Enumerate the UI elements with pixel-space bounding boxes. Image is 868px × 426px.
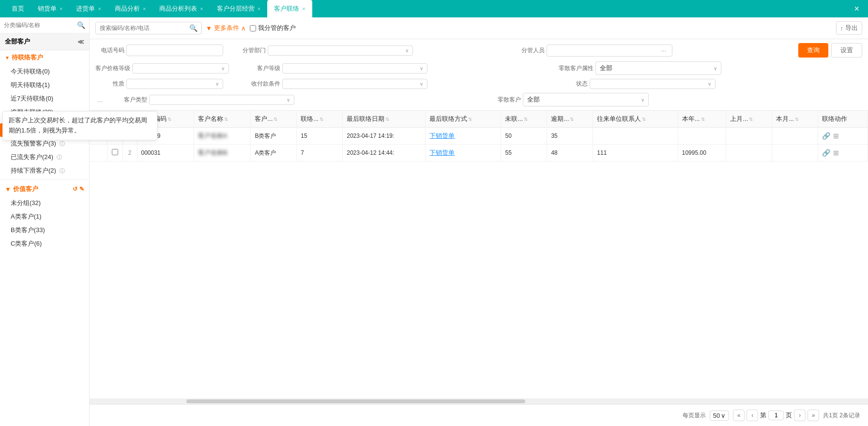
main-search-input[interactable] [100,25,189,31]
setting-button[interactable]: 设置 [831,43,862,58]
last-page-button[interactable]: » [807,410,819,421]
data-table-area: ⚙ 客户编码⇅ 客户名称⇅ 客户...⇅ [90,111,868,398]
sidebar-search-input[interactable] [4,22,77,29]
col-last-contact-method[interactable]: 最后联络方式⇅ [426,111,501,128]
status-select[interactable]: ∨ [590,79,716,89]
nav-customer-contact-close[interactable]: × [302,6,305,12]
cell-action-1: 🔗 ⊞ [818,128,868,145]
customer-type-select[interactable]: ∨ [149,95,294,105]
collapse-icon[interactable]: ≪ [77,38,84,45]
cell-last-month-2 [726,145,772,162]
sidebar: 🔍 全部客户 ≪ ▼ 待联络客户 今天待联络(0) 明天待联络(1) 近7天待联… [0,17,90,426]
col-overdue[interactable]: 逾期...⇅ [547,111,593,128]
col-type[interactable]: 客户...⇅ [251,111,297,128]
export-button[interactable]: ↑ 导出 [836,21,863,35]
col-action: 联络动作 [818,111,868,128]
nav-product-analysis[interactable]: 商品分析 × [108,0,152,17]
col-name[interactable]: 客户名称⇅ [194,111,250,128]
edit-icon-value[interactable]: ↺ [73,186,77,192]
page-navigation: « ‹ 第 页 › » [733,410,819,421]
window-close-button[interactable]: × [850,4,863,14]
action-link-icon-2[interactable]: 🔗 [822,149,830,157]
sidebar-value-title[interactable]: ▼ 价值客户 ↺ ✎ [0,182,89,196]
customer-table: ⚙ 客户编码⇅ 客户名称⇅ 客户...⇅ [90,111,868,162]
more-conditions-button[interactable]: ▼ 更多条件 ∧ [206,24,246,32]
customer-level-select[interactable]: ∨ [282,63,427,73]
retail-attr-select[interactable]: 全部 ∨ [595,61,721,75]
payment-select[interactable]: ∨ [282,79,427,89]
page-number-input[interactable] [768,411,784,420]
nav-sales[interactable]: 销货单 × [31,0,69,17]
sidebar-header-icons[interactable]: ≪ [77,38,84,45]
query-button[interactable]: 查询 [798,43,828,58]
nav-product-analysis-list-close[interactable]: × [200,6,203,12]
cell-name-1: 客户名称A [194,128,250,145]
gender-select[interactable]: ∨ [126,79,223,89]
nav-product-analysis-close[interactable]: × [143,6,146,12]
horizontal-scrollbar[interactable] [90,398,868,404]
col-unpaid[interactable]: 未联...⇅ [501,111,547,128]
dept-chevron-icon: ∨ [405,48,409,53]
sidebar-item-ungrouped[interactable]: 未分组(32) [0,196,89,210]
tooltip-popup: 距客户上次交易时长，超过了此客户的平均交易周期的1.5倍，则视为异常。 [2,111,157,140]
col-unit-contact[interactable]: 往来单位联系人⇅ [593,111,678,128]
person-more-icon[interactable]: ··· [659,47,668,54]
sidebar-item-class-a[interactable]: A类客户(1) [0,210,89,223]
add-icon-value[interactable]: ✎ [79,186,84,192]
filter-customer-level: 客户等级 ∨ [251,63,555,73]
nav-customer-layered-close[interactable]: × [258,6,260,12]
action-qr-icon-1[interactable]: ⊞ [833,132,839,140]
sidebar-search-icon[interactable]: 🔍 [77,21,85,29]
action-qr-icon-2[interactable]: ⊞ [833,149,839,157]
nav-product-analysis-list[interactable]: 商品分析列表 × [152,0,210,17]
sidebar-item-class-c[interactable]: C类客户(6) [0,237,89,250]
toolbar: 🔍 ▼ 更多条件 ∧ 我分管的客户 ↑ 导出 [90,17,868,39]
my-customers-checkbox[interactable] [250,25,256,31]
phone-input[interactable] [126,44,223,56]
sidebar-search-area: 🔍 [0,17,89,33]
filter-gender: 性质 ∨ [95,79,247,89]
sidebar-item-declining[interactable]: 持续下滑客户(2) ⓘ [0,164,89,177]
nav-purchase[interactable]: 进货单 × [69,0,107,17]
main-search-icon[interactable]: 🔍 [189,24,198,32]
filter-price-level: 客户价格等级 ∨ [95,63,247,73]
sidebar-item-class-b[interactable]: B类客户(33) [0,223,89,237]
row4-dots[interactable]: ... [95,96,105,103]
row2-checkbox[interactable] [112,149,118,155]
cell-checkbox-2 [107,145,122,162]
action-link-icon-1[interactable]: 🔗 [822,132,830,140]
cell-last-month-1 [726,128,772,145]
sidebar-pending-title[interactable]: ▼ 待联络客户 [0,50,89,65]
cell-overdue-2: 48 [547,145,593,162]
sidebar-item-churned[interactable]: 已流失客户(24) ⓘ [0,150,89,164]
page-size-chevron: ∨ [721,412,726,419]
nav-home[interactable]: 首页 [5,0,31,17]
nav-purchase-close[interactable]: × [98,6,101,12]
sidebar-item-tomorrow[interactable]: 明天待联络(1) [0,78,89,92]
prev-page-button[interactable]: ‹ [746,410,758,421]
next-page-button[interactable]: › [794,410,806,421]
sidebar-item-7days[interactable]: 近7天待联络(0) [0,92,89,105]
first-page-button[interactable]: « [733,410,745,421]
col-last-contact-date[interactable]: 最后联络日期⇅ [343,111,426,128]
col-this-month[interactable]: 本月...⇅ [772,111,818,128]
payment-chevron-icon: ∨ [420,81,423,87]
retail-customer-select[interactable]: 全部 ∨ [523,93,649,106]
scrollbar-thumb[interactable] [186,399,525,403]
last-method-link-1[interactable]: 下销货单 [429,132,455,139]
sidebar-item-today[interactable]: 今天待联络(0) [0,65,89,78]
person-select[interactable]: ··· [547,44,672,57]
nav-customer-contact[interactable]: 客户联络 × [267,0,312,17]
dept-select[interactable]: ∨ [268,45,413,56]
cell-this-year-2: 10995.00 [678,145,726,162]
price-level-select[interactable]: ∨ [132,63,229,73]
col-contact[interactable]: 联络...⇅ [297,111,343,128]
nav-sales-close[interactable]: × [60,6,62,12]
page-size-select[interactable]: 50 ∨ [710,411,729,421]
last-method-link-2[interactable]: 下销货单 [429,149,455,156]
col-this-year[interactable]: 本年...⇅ [678,111,726,128]
col-last-month[interactable]: 上月...⇅ [726,111,772,128]
my-customers-filter: 我分管的客户 [250,24,296,32]
nav-customer-layered[interactable]: 客户分层经营 × [210,0,267,17]
table-header-row: ⚙ 客户编码⇅ 客户名称⇅ 客户...⇅ [90,111,868,128]
